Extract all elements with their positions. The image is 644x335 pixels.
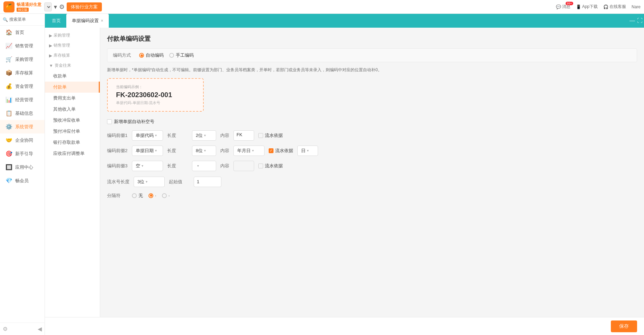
sidebar: 🔍 搜索菜单 🏠 首页 📈 销售管理 🛒 采购管理 📦 库存核算 💰 — [0, 14, 45, 335]
sidebar-item-enterprise[interactable]: 🤝 企业协同 — [0, 133, 45, 147]
tab-bar: 首页 单据编码设置 × — ⛶ — [45, 14, 644, 28]
tab-home[interactable]: 首页 — [46, 14, 66, 28]
auto-fill-row: 新增单据自动补空号 — [107, 119, 637, 125]
lm-item-receipt[interactable]: 收款单 — [45, 71, 100, 82]
serial-length-label: 流水号长度 — [107, 179, 129, 185]
auto-fill-label: 新增单据自动补空号 — [114, 119, 154, 125]
app-download-btn[interactable]: 📱 App下载 — [576, 4, 598, 10]
top-bar: 🍊 畅通通好生意 独立版 ▾ ⚙ 体验行业方案 💬 消息 99+ 📱 App下载… — [0, 0, 644, 14]
sidebar-item-member[interactable]: 💎 畅会员 — [0, 174, 45, 187]
length1-select[interactable]: 2位 ▾ — [192, 130, 216, 141]
auto-fill-checkbox[interactable] — [107, 119, 112, 124]
stream2-day-select[interactable]: 日 ▾ — [297, 146, 318, 156]
save-button[interactable]: 保存 — [611, 320, 637, 332]
stream2-checkbox[interactable]: ✓ — [269, 148, 273, 153]
content-area: 首页 单据编码设置 × — ⛶ ▶ 采购管理 ▶ 销售管理 — [45, 14, 644, 335]
user-info[interactable]: Nare — [632, 4, 641, 9]
sidebar-search[interactable]: 🔍 搜索菜单 — [0, 14, 45, 26]
separator-none-option[interactable]: 无 — [132, 193, 143, 199]
lm-group-finance[interactable]: ▼ 资金往来 — [45, 61, 100, 71]
lm-item-expense[interactable]: 费用支出单 — [45, 93, 100, 104]
serial-length-select[interactable]: 3位 ▾ — [134, 177, 165, 187]
stream1-cb-group: 流水依据 — [258, 132, 283, 139]
stream1-checkbox[interactable] — [258, 133, 263, 138]
sidebar-item-sales[interactable]: 📈 销售管理 — [0, 39, 45, 53]
lm-item-payment[interactable]: 付款单 — [45, 82, 100, 93]
home-icon: 🏠 — [6, 29, 12, 36]
tab-maximize-btn[interactable]: ⛶ — [637, 18, 643, 24]
lm-item-other-income[interactable]: 其他收入单 — [45, 104, 100, 115]
online-service-btn[interactable]: 🎧 在线客服 — [603, 4, 626, 10]
separator-label: 分隔符 — [107, 193, 128, 199]
separator-dot-radio[interactable] — [148, 193, 153, 198]
length2-label: 长度 — [167, 148, 188, 154]
lm-item-bank[interactable]: 银行存取款单 — [45, 137, 100, 148]
sidebar-item-basic[interactable]: 📋 基础信息 — [0, 106, 45, 120]
prefix2-select[interactable]: 单据日期 ▾ — [132, 146, 163, 156]
settings-btn[interactable]: ⚙ — [59, 3, 65, 11]
top-bar-controls: ▾ ⚙ 体验行业方案 — [44, 2, 102, 11]
lm-item-prepay-receivable[interactable]: 预收冲应收单 — [45, 115, 100, 126]
collapse-btn[interactable]: ◀ — [38, 326, 42, 332]
length3-select[interactable]: ▾ — [192, 161, 216, 171]
length1-label: 长度 — [167, 132, 188, 139]
start-value-input[interactable] — [194, 177, 221, 187]
bottom-bar: 保存 — [45, 317, 644, 335]
length3-label: 长度 — [167, 163, 188, 169]
auto-encode-option[interactable]: 自动编码 — [139, 52, 164, 58]
top-bar-left: 🍊 畅通通好生意 独立版 ▾ ⚙ 体验行业方案 — [3, 1, 102, 12]
trial-btn[interactable]: 体验行业方案 — [67, 2, 102, 11]
company-select[interactable] — [44, 2, 52, 11]
content3-label: 内容 — [220, 163, 229, 169]
sidebar-item-appcenter[interactable]: 🔲 应用中心 — [0, 160, 45, 174]
chevron-down-icon-serial: ▾ — [146, 180, 147, 184]
page-content: ▶ 采购管理 ▶ 销售管理 ▶ 库存核算 ▼ 资金往来 收款单 付款单 费用支出… — [45, 28, 644, 317]
stream3-checkbox[interactable] — [258, 164, 263, 168]
separator-dot2-radio[interactable] — [162, 193, 167, 198]
length2-select[interactable]: 8位 ▾ — [192, 146, 216, 156]
message-btn[interactable]: 💬 消息 99+ — [556, 4, 570, 10]
lm-group-inventory[interactable]: ▶ 库存核算 — [45, 50, 100, 61]
preview-label: 当前编码示例： — [116, 84, 195, 90]
manual-encode-option[interactable]: 手工编码 — [169, 52, 194, 58]
tab-encode-settings[interactable]: 单据编码设置 × — [66, 14, 109, 28]
separator-dot-option[interactable]: · — [148, 193, 156, 198]
auto-encode-radio[interactable] — [139, 53, 144, 58]
manual-encode-radio[interactable] — [169, 53, 174, 58]
sidebar-item-home[interactable]: 🏠 首页 — [0, 26, 45, 39]
lm-group-purchase[interactable]: ▶ 采购管理 — [45, 30, 100, 40]
serial-row: 流水号长度 3位 ▾ 起始值 — [107, 177, 637, 187]
encode-method-bar: 编码方式 自动编码 手工编码 — [107, 48, 637, 62]
lm-group-sales[interactable]: ▶ 销售管理 — [45, 40, 100, 50]
sidebar-item-inventory[interactable]: 📦 库存核算 — [0, 66, 45, 80]
sidebar-item-system[interactable]: ⚙️ 系统管理 — [0, 120, 45, 133]
main-panel: 付款单编码设置 编码方式 自动编码 手工编码 — [100, 28, 644, 317]
appcenter-icon: 🔲 — [6, 164, 12, 170]
prefix1-select[interactable]: 单据代码 ▾ — [132, 130, 163, 141]
stream1-label: 流水依据 — [265, 132, 283, 139]
tab-minimize-btn[interactable]: — — [629, 18, 635, 24]
prefix2-label: 编码前缀2 — [107, 148, 128, 154]
service-icon: 🎧 — [603, 4, 608, 9]
sidebar-item-guide[interactable]: 🎯 新手引导 — [0, 147, 45, 160]
tab-bar-right: — ⛶ — [629, 18, 643, 24]
sidebar-item-purchase[interactable]: 🛒 采购管理 — [0, 53, 45, 66]
sidebar-item-operation[interactable]: 📊 经营管理 — [0, 93, 45, 106]
lm-item-prepay-payable[interactable]: 预付冲应付单 — [45, 126, 100, 137]
lm-item-adjust[interactable]: 应收应付调整单 — [45, 148, 100, 159]
settings-footer-btn[interactable]: ⚙ — [3, 326, 8, 332]
logo-text: 畅通通好生意 独立版 — [17, 2, 41, 12]
operation-icon: 📊 — [6, 96, 12, 103]
left-menu: ▶ 采购管理 ▶ 销售管理 ▶ 库存核算 ▼ 资金往来 收款单 付款单 费用支出… — [45, 28, 100, 317]
separator-dot2-option[interactable]: · — [162, 193, 170, 198]
chevron-down-icon-len2: ▾ — [204, 149, 206, 152]
expand-btn[interactable]: ▾ — [54, 3, 57, 11]
sidebar-footer: ⚙ ◀ — [0, 323, 45, 335]
prefix3-select[interactable]: 空 ▾ — [132, 161, 163, 171]
content2-select[interactable]: 年月日 ▾ — [233, 146, 265, 156]
start-value-label: 起始值 — [169, 179, 190, 185]
sidebar-item-finance[interactable]: 💰 资金管理 — [0, 80, 45, 93]
message-icon: 💬 — [556, 4, 561, 9]
separator-none-radio[interactable] — [132, 193, 137, 198]
tab-close-btn[interactable]: × — [101, 18, 103, 23]
